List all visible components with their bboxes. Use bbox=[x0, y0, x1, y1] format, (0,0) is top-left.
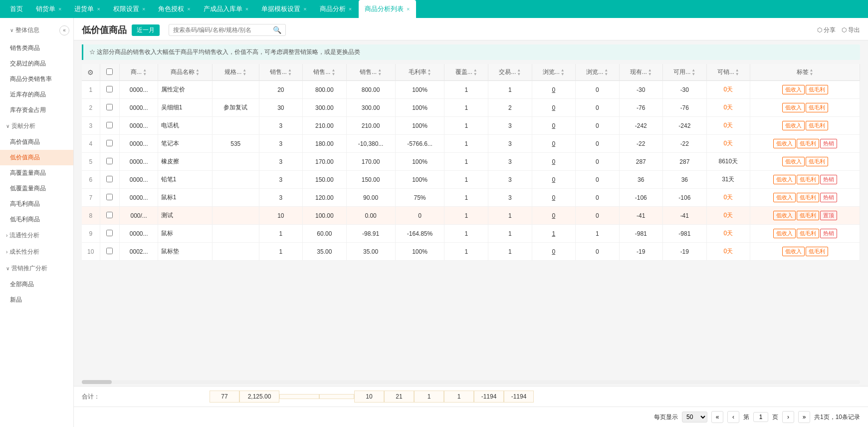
col-saleable[interactable]: 可销...▲▼ bbox=[706, 64, 750, 81]
page-size-select[interactable]: 50 20 100 bbox=[682, 412, 707, 423]
row-view1[interactable]: 0 bbox=[532, 171, 576, 189]
view1-value[interactable]: 0 bbox=[552, 248, 555, 255]
next-page-btn[interactable]: › bbox=[782, 411, 794, 423]
row-view1[interactable]: 0 bbox=[532, 189, 576, 207]
row-checkbox[interactable] bbox=[100, 243, 120, 261]
export-btn[interactable]: ⬡ 导出 bbox=[842, 26, 860, 34]
row-checkbox[interactable] bbox=[100, 171, 120, 189]
view1-value[interactable]: 0 bbox=[552, 158, 555, 165]
prev-page-btn[interactable]: ‹ bbox=[727, 411, 739, 423]
sidebar-item-high-value[interactable]: 高价值商品 bbox=[0, 134, 73, 150]
select-all-checkbox[interactable] bbox=[106, 68, 113, 75]
close-icon[interactable]: × bbox=[97, 6, 100, 12]
view1-value[interactable]: 0 bbox=[552, 176, 555, 183]
row-view1[interactable]: 0 bbox=[532, 153, 576, 171]
search-icon[interactable]: 🔍 bbox=[273, 26, 281, 34]
row-view1[interactable]: 0 bbox=[532, 99, 576, 117]
sidebar-item-traded-products[interactable]: 交易过的商品 bbox=[0, 56, 73, 71]
col-view1[interactable]: 浏览...▲▼ bbox=[532, 64, 576, 81]
nav-purchase-order[interactable]: 进货单 × bbox=[68, 0, 106, 18]
nav-product-analysis[interactable]: 商品分析 × bbox=[314, 0, 358, 18]
nav-product-analysis-list[interactable]: 商品分析列表 × bbox=[359, 0, 416, 18]
close-icon[interactable]: × bbox=[245, 6, 248, 12]
sidebar-item-low-coverage[interactable]: 低覆盖量商品 bbox=[0, 181, 73, 196]
sidebar-item-new-products[interactable]: 新品 bbox=[0, 292, 73, 308]
col-view2[interactable]: 浏览...▲▼ bbox=[576, 64, 620, 81]
sidebar-item-low-value[interactable]: 低价值商品 bbox=[0, 150, 73, 165]
table-container[interactable]: ⚙ 商...▲▼ 商品名称▲▼ 规格...▲▼ 销售...▲▼ 销售...▲▼ … bbox=[74, 64, 868, 378]
sidebar-item-high-coverage[interactable]: 高覆盖量商品 bbox=[0, 165, 73, 181]
sidebar-item-all-products[interactable]: 全部商品 bbox=[0, 277, 73, 292]
first-page-btn[interactable]: « bbox=[711, 411, 723, 423]
col-name[interactable]: 商品名称▲▼ bbox=[158, 64, 212, 81]
col-tags[interactable]: 标签▲▼ bbox=[750, 64, 860, 81]
nav-role-auth[interactable]: 角色授权 × bbox=[152, 0, 196, 18]
sidebar-item-sales-products[interactable]: 销售类商品 bbox=[0, 40, 73, 56]
row-checkbox[interactable] bbox=[100, 225, 120, 243]
col-sales-amount[interactable]: 销售...▲▼ bbox=[346, 64, 395, 81]
row-view1[interactable]: 0 bbox=[532, 207, 576, 225]
row-checkbox[interactable] bbox=[100, 99, 120, 117]
row-view1[interactable]: 0 bbox=[532, 243, 576, 261]
col-code[interactable]: 商...▲▼ bbox=[120, 64, 158, 81]
sidebar-collapse-btn[interactable]: « bbox=[59, 25, 69, 35]
nav-permission[interactable]: 权限设置 × bbox=[107, 0, 151, 18]
view1-value[interactable]: 0 bbox=[552, 212, 555, 219]
row-checkbox[interactable] bbox=[100, 117, 120, 135]
row-coverage: 1 bbox=[444, 117, 488, 135]
view1-value[interactable]: 1 bbox=[552, 230, 555, 237]
row-view1[interactable]: 0 bbox=[532, 117, 576, 135]
view1-value[interactable]: 0 bbox=[552, 194, 555, 201]
sidebar-group-overall[interactable]: ∨ 整体信息 bbox=[4, 22, 45, 38]
nav-template-settings[interactable]: 单据模板设置 × bbox=[255, 0, 312, 18]
filter-recent-month-btn[interactable]: 近一月 bbox=[132, 24, 160, 36]
nav-sales-order[interactable]: 销货单 × bbox=[30, 0, 67, 18]
sidebar-item-low-margin[interactable]: 低毛利商品 bbox=[0, 212, 73, 227]
close-icon[interactable]: × bbox=[142, 6, 145, 12]
sidebar-item-high-margin[interactable]: 高毛利商品 bbox=[0, 196, 73, 212]
search-input[interactable] bbox=[173, 26, 273, 33]
scrollbar-thumb[interactable] bbox=[82, 380, 112, 384]
nav-home[interactable]: 首页 bbox=[4, 0, 29, 18]
row-checkbox[interactable] bbox=[100, 153, 120, 171]
row-checkbox[interactable] bbox=[100, 189, 120, 207]
view1-value[interactable]: 0 bbox=[552, 104, 555, 111]
col-spec[interactable]: 规格...▲▼ bbox=[212, 64, 259, 81]
view1-value[interactable]: 0 bbox=[552, 86, 555, 93]
close-icon[interactable]: × bbox=[58, 6, 61, 12]
sidebar-group-marketing[interactable]: ∨ 营销推广分析 bbox=[0, 260, 73, 277]
share-btn[interactable]: ⬡ 分享 bbox=[817, 26, 836, 34]
col-sales-price[interactable]: 销售...▲▼ bbox=[303, 64, 347, 81]
sidebar-item-category-sales-rate[interactable]: 商品分类销售率 bbox=[0, 71, 73, 87]
col-transaction[interactable]: 交易...▲▼ bbox=[488, 64, 532, 81]
view1-value[interactable]: 0 bbox=[552, 122, 555, 129]
sidebar-item-near-stock[interactable]: 近库存的商品 bbox=[0, 87, 73, 102]
settings-icon[interactable]: ⚙ bbox=[87, 68, 94, 76]
close-icon[interactable]: × bbox=[303, 6, 306, 12]
sidebar-group-circulation[interactable]: › 流通性分析 bbox=[0, 227, 73, 244]
col-gross-margin[interactable]: 毛利率▲▼ bbox=[395, 64, 444, 81]
close-icon[interactable]: × bbox=[187, 6, 190, 12]
nav-product-storage[interactable]: 产成品入库单 × bbox=[198, 0, 254, 18]
sidebar-group-contribution[interactable]: ∨ 贡献分析 bbox=[0, 118, 73, 134]
close-icon[interactable]: × bbox=[407, 6, 410, 12]
close-icon[interactable]: × bbox=[349, 6, 352, 12]
page-number-input[interactable] bbox=[753, 412, 768, 422]
col-current[interactable]: 现有...▲▼ bbox=[619, 64, 663, 81]
scrollbar-track[interactable] bbox=[82, 380, 860, 384]
col-coverage[interactable]: 覆盖...▲▼ bbox=[444, 64, 488, 81]
col-settings[interactable]: ⚙ bbox=[82, 64, 100, 81]
sidebar-group-growth[interactable]: › 成长性分析 bbox=[0, 244, 73, 260]
row-view1[interactable]: 0 bbox=[532, 81, 576, 99]
col-available[interactable]: 可用...▲▼ bbox=[663, 64, 707, 81]
row-checkbox[interactable] bbox=[100, 135, 120, 153]
row-view1[interactable]: 0 bbox=[532, 135, 576, 153]
row-checkbox[interactable] bbox=[100, 81, 120, 99]
row-checkbox[interactable] bbox=[100, 207, 120, 225]
sidebar-item-stock-capital[interactable]: 库存资金占用 bbox=[0, 102, 73, 118]
last-page-btn[interactable]: » bbox=[798, 411, 810, 423]
row-view1[interactable]: 1 bbox=[532, 225, 576, 243]
view1-value[interactable]: 0 bbox=[552, 140, 555, 147]
col-sales-qty[interactable]: 销售...▲▼ bbox=[259, 64, 303, 81]
col-checkbox[interactable] bbox=[100, 64, 120, 81]
